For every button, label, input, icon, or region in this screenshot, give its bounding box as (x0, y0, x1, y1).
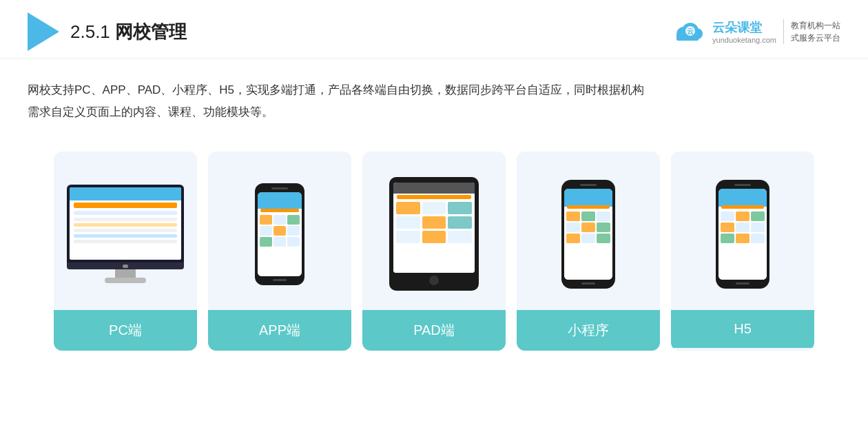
card-h5: H5 (671, 152, 814, 351)
title-text: 网校管理 (115, 21, 187, 42)
svg-text:云: 云 (687, 28, 694, 35)
page-title: 2.5.1 网校管理 (70, 20, 187, 44)
logo-triangle-icon (28, 12, 59, 51)
card-pc-image (54, 152, 197, 310)
description-line1: 网校支持PC、APP、PAD、小程序、H5，实现多端打通，产品各终端自由切换，数… (28, 79, 840, 101)
cards-container: PC端 (0, 131, 868, 371)
card-pad-image (362, 152, 506, 310)
card-pc-label: PC端 (54, 310, 197, 351)
h5-phone-icon (716, 180, 769, 289)
description-line2: 需求自定义页面上的内容、课程、功能模块等。 (28, 101, 840, 123)
phone-mockup-icon (255, 183, 304, 285)
brand-name-text: 云朵课堂 yunduoketang.com (712, 19, 776, 44)
card-app: APP端 (208, 152, 351, 351)
brand-cloud-icon: 云 (671, 14, 705, 49)
tablet-mockup-icon (389, 177, 479, 291)
header-right: 云 云朵课堂 yunduoketang.com 教育机构一站 式服务云平台 (671, 14, 840, 49)
card-pad-label: PAD端 (362, 310, 506, 351)
header-divider (783, 19, 784, 44)
pc-monitor-icon (67, 185, 184, 283)
card-pc: PC端 (54, 152, 197, 351)
brand-name: 云朵课堂 (712, 19, 776, 36)
brand-website: yunduoketang.com (712, 36, 776, 44)
card-h5-image (671, 152, 814, 310)
miniprogram-phone-icon (561, 180, 615, 289)
card-miniprogram: 小程序 (517, 152, 660, 351)
header-left: 2.5.1 网校管理 (28, 12, 187, 51)
card-app-image (208, 152, 351, 310)
card-pad: PAD端 (362, 152, 506, 351)
slogan-line2: 式服务云平台 (791, 32, 840, 44)
description-section: 网校支持PC、APP、PAD、小程序、H5，实现多端打通，产品各终端自由切换，数… (0, 59, 868, 131)
card-app-label: APP端 (208, 310, 351, 351)
brand-logo: 云 (671, 14, 705, 49)
section-number: 2.5.1 (70, 21, 110, 42)
slogan-line1: 教育机构一站 (791, 19, 840, 32)
card-miniprogram-label: 小程序 (517, 310, 660, 351)
brand-slogan: 教育机构一站 式服务云平台 (791, 19, 840, 44)
header: 2.5.1 网校管理 云 云朵课堂 yunduoketang.com 教育机构一… (0, 0, 868, 59)
card-miniprogram-image (517, 152, 660, 310)
card-h5-label: H5 (671, 310, 814, 348)
